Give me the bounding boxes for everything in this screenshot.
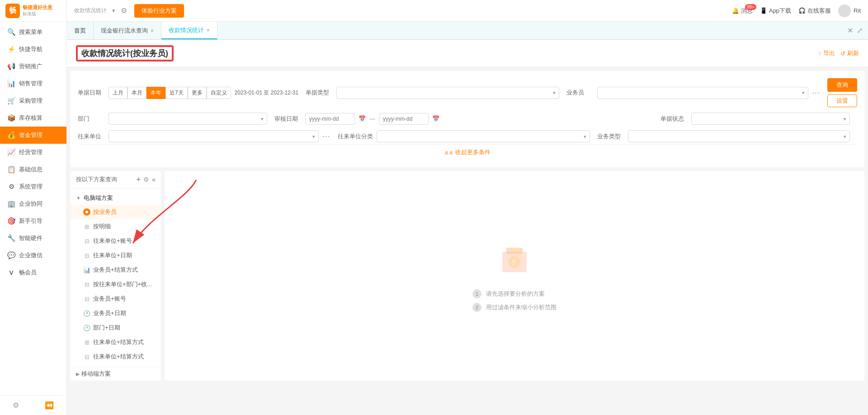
date-btn-custom[interactable]: 自定义: [207, 87, 231, 99]
scheme-item-partner-account[interactable]: ⊟ 往来单位+账号: [71, 234, 161, 248]
tab-bank-flow[interactable]: 现金银行流水查询 ×: [94, 22, 161, 39]
audit-date-from-input[interactable]: [305, 113, 355, 125]
partner-select[interactable]: [108, 130, 319, 142]
collapse-label: 收起更多条件: [455, 148, 491, 156]
app-download-button[interactable]: 📱 App下载: [760, 7, 791, 15]
sidebar-item-guide[interactable]: 🎯 新手引导: [0, 212, 66, 230]
sidebar-item-system[interactable]: ⚙ 系统管理: [0, 178, 66, 195]
sidebar-item-marketing[interactable]: 📢 营销推广: [0, 58, 66, 75]
dept-select-wrapper: [108, 113, 267, 125]
logo-icon: 畅: [5, 4, 20, 18]
settings-bottom-icon[interactable]: ⚙: [11, 399, 21, 411]
refresh-button[interactable]: ↺ 刷新: [840, 49, 859, 57]
date-btn-this-year[interactable]: 本年: [146, 87, 165, 99]
panel-header-actions: + ⚙ «: [137, 175, 156, 184]
sidebar-item-sales[interactable]: 📊 销售管理: [0, 75, 66, 92]
collapse-bar[interactable]: ∧∧ 收起更多条件: [78, 144, 857, 160]
sidebar-item-quick-nav[interactable]: ⚡ 快捷导航: [0, 41, 66, 58]
date-btn-7days[interactable]: 近7天: [165, 87, 188, 99]
scheme-item-dept-date[interactable]: 🕐 部门+日期: [71, 321, 161, 335]
wechat-icon: 💬: [7, 251, 15, 259]
salesperson-more-icon[interactable]: ···: [812, 88, 820, 98]
partner-filter: 往来单位 ···: [78, 130, 330, 142]
dropdown-arrow-icon[interactable]: ▾: [112, 7, 115, 14]
sidebar-item-basic[interactable]: 📋 基础信息: [0, 161, 66, 178]
header-gear-icon[interactable]: ⚙: [121, 6, 127, 15]
message-button[interactable]: 🔔 消息 99+: [732, 7, 753, 15]
date-btn-more[interactable]: 更多: [188, 87, 207, 99]
audit-date-to-input[interactable]: [379, 113, 429, 125]
scheme-item-salesperson-payment[interactable]: 📊 业务员+结算方式: [71, 263, 161, 277]
sidebar-item-label: 企业协同: [19, 200, 42, 208]
calendar-from-icon[interactable]: 📅: [359, 115, 366, 122]
doc-status-select[interactable]: [691, 113, 850, 125]
step-2-num: 2: [472, 303, 481, 312]
step-2-text: 用过滤条件来缩小分析范围: [486, 303, 557, 311]
scheme-item-detail[interactable]: ⊞ 按明细: [71, 219, 161, 234]
table-icon-1: ⊟: [83, 238, 90, 245]
header-right: 🔔 消息 99+ 📱 App下载 🎧 在线客服 Rit: [732, 5, 861, 17]
sidebar-item-label: 新手引导: [19, 217, 42, 225]
sidebar-item-enterprise[interactable]: 🏢 企业协同: [0, 195, 66, 212]
scheme-item-partner-dept[interactable]: ⊟ 按往来单位+部门+收...: [71, 277, 161, 292]
scheme-item-salesperson-account[interactable]: ⊟ 业务员+账号: [71, 292, 161, 306]
grid-icon: ⊞: [83, 223, 90, 230]
guide-icon: 🎯: [7, 217, 15, 225]
dept-filter: 部门: [78, 113, 267, 125]
logo-name: 畅捷通好生意: [23, 4, 52, 11]
tab-home[interactable]: 首页: [67, 22, 94, 39]
scheme-gear-icon[interactable]: ⚙: [143, 176, 149, 183]
close-receipt-stat-tab-icon[interactable]: ×: [207, 27, 210, 33]
close-bank-flow-tab-icon[interactable]: ×: [151, 28, 154, 34]
step-1-text: 请先选择要分析的方案: [486, 290, 545, 298]
mobile-scheme-label: 移动端方案: [81, 370, 111, 378]
scheme-item-salesperson-date[interactable]: 🕐 业务员+日期: [71, 306, 161, 321]
doc-status-select-wrapper: [691, 113, 850, 125]
user-area[interactable]: Rit: [838, 5, 861, 17]
collapse-sidebar-icon[interactable]: ⏪: [43, 399, 56, 411]
scheme-item-salesperson[interactable]: 按业务员: [71, 205, 161, 219]
dept-select[interactable]: [108, 113, 267, 125]
sidebar-item-capital[interactable]: 💰 资金管理: [0, 127, 66, 144]
trial-button[interactable]: 体验行业方案: [134, 4, 184, 18]
tab-receipt-stat[interactable]: 收款情况统计 ×: [161, 22, 217, 39]
left-panel: 按以下方案查询 + ⚙ « ▼ 电脑端方案: [71, 171, 161, 381]
scheme-item-label: 往来单位+结算方式: [93, 338, 144, 346]
salesperson-select[interactable]: [597, 87, 808, 99]
desktop-scheme-header[interactable]: ▼ 电脑端方案: [71, 191, 161, 205]
query-button[interactable]: 查询: [827, 78, 857, 92]
service-label: 在线客服: [807, 7, 831, 15]
partner-label: 往来单位: [78, 132, 105, 141]
date-btn-last-month[interactable]: 上月: [108, 87, 127, 99]
sidebar-item-wechat[interactable]: 💬 企业微信: [0, 247, 66, 264]
sidebar-item-label: 企业微信: [19, 251, 42, 259]
scheme-item-partner-payment-1[interactable]: ⊞ 往来单位+结算方式: [71, 335, 161, 349]
doc-type-select[interactable]: [336, 87, 559, 99]
scheme-item-partner-payment-2[interactable]: ⊟ 往来单位+结算方式: [71, 349, 161, 364]
maximize-tab-icon[interactable]: ⤢: [857, 26, 863, 35]
collapse-panel-icon[interactable]: «: [152, 176, 156, 183]
setting-button[interactable]: 设置: [827, 94, 857, 107]
mobile-scheme-section[interactable]: ▶ 移动端方案: [71, 367, 161, 381]
sidebar-item-hardware[interactable]: 🔧 智能硬件: [0, 230, 66, 247]
sidebar-item-search[interactable]: 🔍 搜索菜单: [0, 24, 66, 41]
calendar-to-icon[interactable]: 📅: [432, 115, 439, 122]
sidebar-item-inventory[interactable]: 📦 库存核算: [0, 109, 66, 127]
add-scheme-icon[interactable]: +: [137, 175, 141, 184]
sidebar-item-operation[interactable]: 📈 经营管理: [0, 144, 66, 161]
biz-type-select[interactable]: [628, 130, 850, 142]
doc-type-select-wrapper: [336, 87, 559, 99]
page-title: 收款情况统计(按业务员): [77, 46, 173, 61]
sidebar-item-purchase[interactable]: 🛒 采购管理: [0, 92, 66, 109]
partner-more-icon[interactable]: ···: [322, 132, 330, 141]
export-button[interactable]: ↑ 导出: [819, 49, 835, 57]
biz-type-filter: 业务类型: [597, 130, 850, 142]
partner-category-select[interactable]: [377, 130, 590, 142]
sidebar-item-member[interactable]: V 畅会员: [0, 264, 66, 281]
scheme-item-partner-date[interactable]: ⊟ 往来单位+日期: [71, 248, 161, 263]
date-btn-this-month[interactable]: 本月: [127, 87, 146, 99]
close-tab-icon[interactable]: ✕: [847, 26, 853, 35]
online-service-button[interactable]: 🎧 在线客服: [798, 7, 831, 15]
page-header: 收款情况统计(按业务员) ↑ 导出 ↺ 刷新: [67, 40, 868, 67]
sidebar-item-label: 经营管理: [19, 148, 42, 156]
